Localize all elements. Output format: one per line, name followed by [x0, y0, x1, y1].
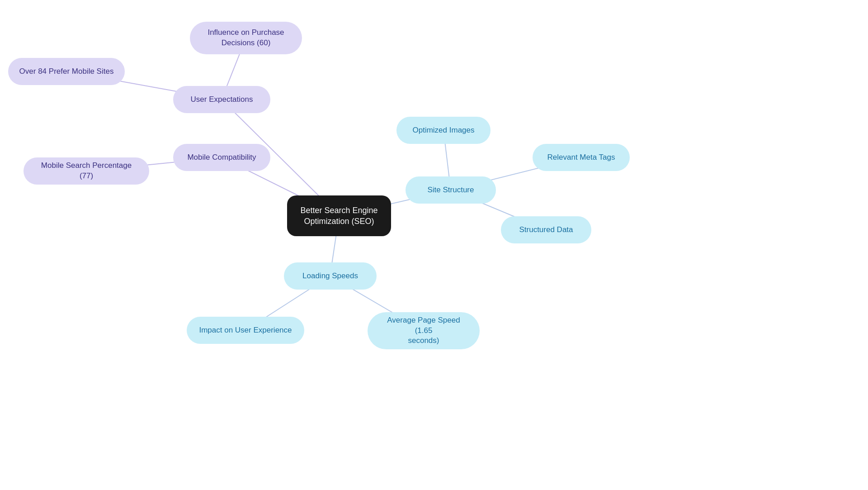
loading-speeds-label: Loading Speeds: [302, 271, 358, 281]
influence-label: Influence on Purchase Decisions (60): [208, 28, 284, 48]
mobile-compat-label: Mobile Compatibility: [187, 152, 256, 163]
optimized-images-label: Optimized Images: [413, 125, 475, 136]
node-site-structure: Site Structure: [406, 176, 496, 204]
node-mobile-search: Mobile Search Percentage (77): [24, 157, 149, 185]
node-mobile-compat: Mobile Compatibility: [173, 144, 270, 171]
node-influence: Influence on Purchase Decisions (60): [190, 22, 302, 54]
site-structure-label: Site Structure: [428, 185, 474, 195]
center-label: Better Search Engine Optimization (SEO): [300, 205, 377, 227]
structured-data-label: Structured Data: [519, 225, 573, 235]
node-loading-speeds: Loading Speeds: [284, 262, 377, 290]
node-relevant-meta: Relevant Meta Tags: [533, 144, 630, 171]
relevant-meta-label: Relevant Meta Tags: [547, 152, 615, 163]
user-expectations-label: User Expectations: [191, 95, 253, 105]
node-impact-ux: Impact on User Experience: [187, 317, 304, 344]
node-optimized-images: Optimized Images: [396, 117, 491, 144]
node-avg-page-speed: Average Page Speed (1.65 seconds): [368, 312, 480, 349]
avg-page-speed-label: Average Page Speed (1.65 seconds): [377, 315, 470, 347]
node-structured-data: Structured Data: [501, 216, 591, 243]
center-node: Better Search Engine Optimization (SEO): [287, 195, 391, 236]
mobile-search-label: Mobile Search Percentage (77): [33, 161, 139, 181]
over84-label: Over 84 Prefer Mobile Sites: [19, 67, 114, 77]
impact-ux-label: Impact on User Experience: [199, 325, 292, 336]
node-over84: Over 84 Prefer Mobile Sites: [8, 58, 125, 85]
node-user-expectations: User Expectations: [173, 86, 270, 113]
